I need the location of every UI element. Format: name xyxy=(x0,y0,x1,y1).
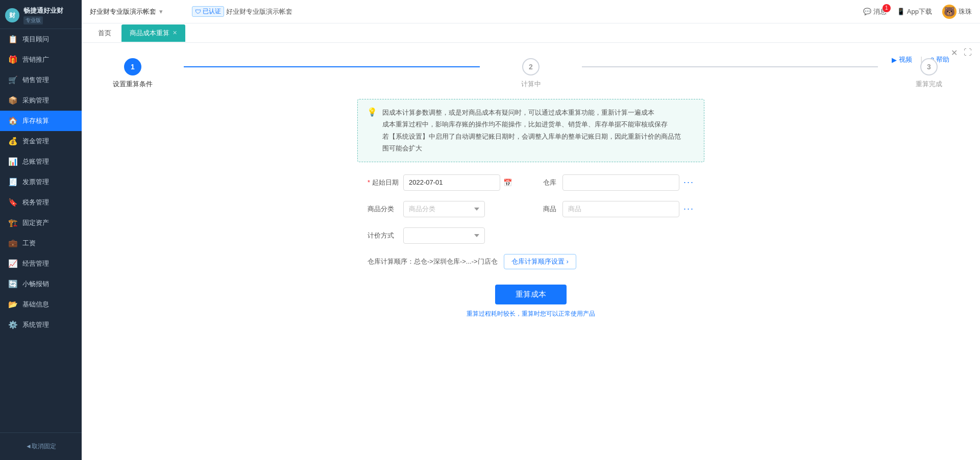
sidebar-item-invoice[interactable]: 🧾 发票管理 xyxy=(0,172,82,192)
step-1-circle: 1 xyxy=(124,58,141,75)
sidebar: 财 畅捷通好业财 专业版 📋 项目顾问 🎁 营销推广 🛒 销售管理 📦 采购管理… xyxy=(0,0,82,460)
sidebar-item-finance[interactable]: 💰 资金管理 xyxy=(0,131,82,151)
basic-icon: 📂 xyxy=(8,300,17,309)
sidebar-item-label: 项目顾问 xyxy=(22,35,49,44)
step-2-label: 计算中 xyxy=(521,80,541,89)
sidebar-item-label: 工资 xyxy=(22,239,36,248)
user-avatar[interactable]: 🐻 珠珠 xyxy=(942,5,972,19)
calendar-icon[interactable]: 📅 xyxy=(503,178,512,187)
tab-close-icon[interactable]: ✕ xyxy=(173,30,177,36)
video-icon: ▶ xyxy=(892,56,897,64)
tab-home[interactable]: 首页 xyxy=(90,24,119,42)
tab-recalc[interactable]: 商品成本重算 ✕ xyxy=(121,24,185,42)
assets-icon: 🏗️ xyxy=(8,218,17,227)
inventory-icon: 🏠 xyxy=(8,116,17,125)
video-link[interactable]: ▶ 视频 xyxy=(892,55,912,64)
close-window-button[interactable]: ✕ xyxy=(951,48,958,58)
chevron-right-icon: › xyxy=(567,258,569,265)
category-select[interactable]: 商品分类 xyxy=(403,201,485,217)
sidebar-item-project[interactable]: 📋 项目顾问 xyxy=(0,29,82,49)
sidebar-item-assets[interactable]: 🏗️ 固定资产 xyxy=(0,213,82,233)
sidebar-item-label: 采购管理 xyxy=(22,96,49,105)
sidebar-item-marketing[interactable]: 🎁 营销推广 xyxy=(0,49,82,70)
sidebar-item-label: 经营管理 xyxy=(22,259,49,268)
step-3-circle: 3 xyxy=(920,58,938,75)
step-line-2 xyxy=(582,66,878,67)
accounting-icon: 📊 xyxy=(8,157,17,166)
message-button[interactable]: 💬 消息 1 xyxy=(863,7,887,16)
warehouse-order-label: 仓库计算顺序：总仓->深圳仓库->...->门店仓 xyxy=(368,257,498,266)
goods-more-icon[interactable]: ··· xyxy=(683,203,694,214)
sidebar-item-basic[interactable]: 📂 基础信息 xyxy=(0,294,82,315)
warehouse-field: 仓库 ··· xyxy=(531,174,694,191)
step-1: 1 设置重算条件 xyxy=(82,58,184,89)
form-area: 起始日期 📅 仓库 ··· 商品分类 商品分类 xyxy=(357,174,704,318)
project-icon: 📋 xyxy=(8,35,17,44)
pricing-label: 计价方式 xyxy=(368,231,403,240)
sidebar-item-inventory[interactable]: 🏠 库存核算 xyxy=(0,111,82,131)
category-field: 商品分类 商品分类 xyxy=(368,201,531,217)
sidebar-item-expense[interactable]: 🔄 小畅报销 xyxy=(0,274,82,294)
goods-label: 商品 xyxy=(531,205,556,214)
phone-icon: 📱 xyxy=(897,8,905,15)
avatar-image: 🐻 xyxy=(942,5,957,19)
sidebar-item-label: 小畅报销 xyxy=(22,279,49,289)
sidebar-item-salary[interactable]: 💼 工资 xyxy=(0,233,82,253)
sidebar-item-label: 资金管理 xyxy=(22,137,49,146)
app-download-button[interactable]: 📱 App下载 xyxy=(897,7,932,16)
tax-icon: 🔖 xyxy=(8,198,17,207)
main-area: 好业财专业版演示帐套 ▾ 🛡 已认证 好业财专业版演示帐套 💬 消息 1 📱 A… xyxy=(82,0,980,460)
warehouse-input[interactable] xyxy=(562,174,679,191)
step-indicator: 1 设置重算条件 2 计算中 3 重算完成 ▶ 视频 | ? xyxy=(82,43,980,99)
sales-icon: 🛒 xyxy=(8,75,17,85)
goods-input[interactable]: 商品 xyxy=(562,201,679,217)
account-selector[interactable]: 好业财专业版演示帐套 ▾ xyxy=(90,7,182,16)
warehouse-more-icon[interactable]: ··· xyxy=(683,177,694,188)
app-logo-icon: 财 xyxy=(5,8,19,22)
window-controls: ✕ ⛶ xyxy=(951,48,972,58)
sidebar-item-label: 销售管理 xyxy=(22,75,49,85)
topbar: 好业财专业版演示帐套 ▾ 🛡 已认证 好业财专业版演示帐套 💬 消息 1 📱 A… xyxy=(82,0,980,23)
recalculate-button[interactable]: 重算成本 xyxy=(495,285,567,304)
warehouse-order-button[interactable]: 仓库计算顺序设置 › xyxy=(504,254,576,269)
step-3-label: 重算完成 xyxy=(916,80,942,89)
recalc-hint: 重算过程耗时较长，重算时您可以正常使用产品 xyxy=(368,310,694,318)
sidebar-nav: 📋 项目顾问 🎁 营销推广 🛒 销售管理 📦 采购管理 🏠 库存核算 💰 资金管… xyxy=(0,29,82,432)
sidebar-item-label: 发票管理 xyxy=(22,177,49,187)
pricing-select[interactable] xyxy=(403,227,485,244)
form-row-3: 计价方式 xyxy=(368,227,694,244)
expand-window-button[interactable]: ⛶ xyxy=(964,48,972,58)
finance-icon: 💰 xyxy=(8,137,17,146)
invoice-icon: 🧾 xyxy=(8,177,17,187)
topbar-actions: 💬 消息 1 📱 App下载 🐻 珠珠 xyxy=(863,5,972,19)
salary-icon: 💼 xyxy=(8,239,17,248)
notice-text: 因成本计算参数调整，或是对商品成本有疑问时，可以通过成本重算功能，重新计算一遍成… xyxy=(382,107,681,155)
operations-icon: 📈 xyxy=(8,259,17,268)
system-icon: ⚙️ xyxy=(8,320,17,329)
step-2-circle: 2 xyxy=(522,58,540,75)
cancel-pin-button[interactable]: ◄取消固定 xyxy=(0,437,82,456)
sidebar-item-operations[interactable]: 📈 经营管理 xyxy=(0,253,82,274)
step-line-1 xyxy=(184,66,480,67)
pricing-field: 计价方式 xyxy=(368,227,694,244)
sidebar-item-label: 固定资产 xyxy=(22,218,49,227)
start-date-label: 起始日期 xyxy=(368,178,403,187)
sidebar-item-label: 基础信息 xyxy=(22,300,49,309)
sidebar-item-system[interactable]: ⚙️ 系统管理 xyxy=(0,315,82,335)
purchase-icon: 📦 xyxy=(8,96,17,105)
verified-badge: 🛡 已认证 好业财专业版演示帐套 xyxy=(192,6,292,17)
sidebar-item-tax[interactable]: 🔖 税务管理 xyxy=(0,192,82,213)
sidebar-item-label: 营销推广 xyxy=(22,55,49,64)
form-row-2: 商品分类 商品分类 商品 商品 ··· xyxy=(368,201,694,217)
expense-icon: 🔄 xyxy=(8,279,17,289)
notice-box: 💡 因成本计算参数调整，或是对商品成本有疑问时，可以通过成本重算功能，重新计算一… xyxy=(357,99,704,162)
sidebar-item-sales[interactable]: 🛒 销售管理 xyxy=(0,70,82,90)
sidebar-item-accounting[interactable]: 📊 总账管理 xyxy=(0,151,82,172)
marketing-icon: 🎁 xyxy=(8,55,17,64)
warehouse-order-row: 仓库计算顺序：总仓->深圳仓库->...->门店仓 仓库计算顺序设置 › xyxy=(368,254,694,269)
start-date-field: 起始日期 📅 xyxy=(368,174,531,191)
message-icon: 💬 xyxy=(863,8,871,15)
start-date-input[interactable] xyxy=(403,174,500,191)
sidebar-item-purchase[interactable]: 📦 采购管理 xyxy=(0,90,82,111)
category-label: 商品分类 xyxy=(368,205,403,214)
